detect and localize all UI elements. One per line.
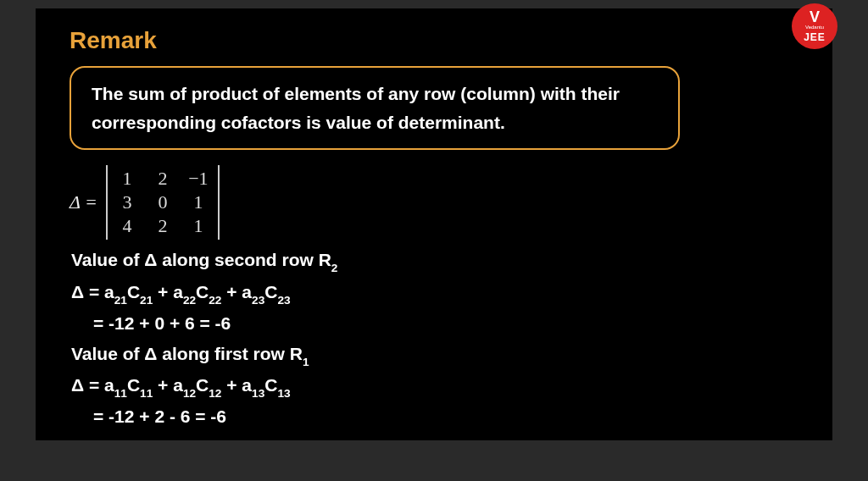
matrix: 1 2 −1 3 0 1 4 2 1 xyxy=(108,167,218,238)
remark-line1: The sum of product of elements of any ro… xyxy=(92,84,620,103)
calc-l5: Δ = a11C11 + a12C12 + a13C13 xyxy=(71,370,798,401)
calc-block: Value of Δ along second row R2 Δ = a21C2… xyxy=(70,245,798,432)
m32: 2 xyxy=(150,215,175,237)
page-title: Remark xyxy=(70,27,798,54)
calc-l4: Value of Δ along first row R1 xyxy=(71,339,798,370)
calc-l1: Value of Δ along second row R2 xyxy=(71,245,798,276)
determinant: Δ = 1 2 −1 3 0 1 4 2 1 xyxy=(70,165,798,240)
badge-jee: JEE xyxy=(804,31,826,43)
m12: 2 xyxy=(150,168,175,190)
calc-l3: = -12 + 0 + 6 = -6 xyxy=(71,308,798,339)
m13: −1 xyxy=(186,168,211,190)
remark-line2: corresponding cofactors is value of dete… xyxy=(92,113,505,132)
calc-l6: = -12 + 2 - 6 = -6 xyxy=(71,401,798,432)
remark-text: The sum of product of elements of any ro… xyxy=(92,80,658,136)
badge-brand: Vedantu xyxy=(805,25,824,30)
m33: 1 xyxy=(186,215,211,237)
badge-v: V xyxy=(810,9,820,25)
m31: 4 xyxy=(114,215,140,237)
m23: 1 xyxy=(186,191,211,213)
slide: V Vedantu JEE Remark The sum of product … xyxy=(36,8,832,440)
det-label: Δ = xyxy=(70,191,97,213)
m11: 1 xyxy=(114,168,140,190)
calc-l2: Δ = a21C21 + a22C22 + a23C23 xyxy=(71,277,798,308)
brand-badge: V Vedantu JEE xyxy=(792,3,837,49)
m21: 3 xyxy=(114,191,140,213)
remark-box: The sum of product of elements of any ro… xyxy=(70,66,680,150)
det-bars: 1 2 −1 3 0 1 4 2 1 xyxy=(106,165,220,240)
bar-right xyxy=(218,165,220,240)
m22: 0 xyxy=(150,191,175,213)
